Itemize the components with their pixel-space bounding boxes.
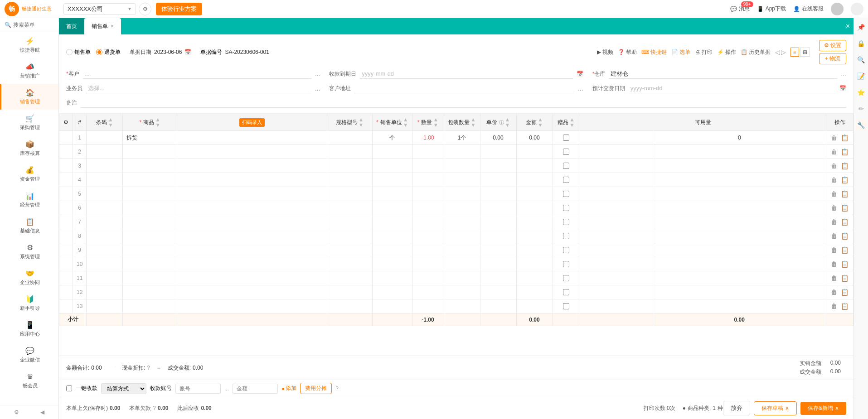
cell-pkg[interactable] <box>444 243 480 257</box>
cell-qty[interactable] <box>412 229 444 243</box>
cell-qty[interactable] <box>412 187 444 201</box>
cell-product[interactable] <box>123 159 177 173</box>
copy-row-btn[interactable]: 📋 <box>840 260 849 269</box>
cell-qty[interactable] <box>412 271 444 285</box>
cell-product[interactable] <box>123 229 177 243</box>
gift-checkbox[interactable] <box>563 289 569 295</box>
cell-product[interactable] <box>123 243 177 257</box>
gift-checkbox[interactable] <box>563 247 569 253</box>
right-panel-icon-6[interactable]: ✏ <box>856 103 867 114</box>
gift-checkbox[interactable] <box>563 135 569 141</box>
warehouse-input[interactable] <box>609 69 837 79</box>
cell-product[interactable] <box>123 299 177 313</box>
copy-row-btn[interactable]: 📋 <box>840 231 849 241</box>
cell-spec[interactable] <box>327 159 372 173</box>
cell-unit[interactable] <box>372 215 412 229</box>
cell-qty[interactable] <box>412 257 444 271</box>
copy-row-btn[interactable]: 📋 <box>840 161 849 170</box>
gift-checkbox[interactable] <box>563 261 569 267</box>
sidebar-item-marketing[interactable]: 📣 营销推广 <box>0 58 58 84</box>
cell-barcode[interactable] <box>87 257 123 271</box>
cell-qty[interactable] <box>412 145 444 159</box>
cell-amount[interactable] <box>516 173 553 187</box>
cell-product[interactable] <box>123 257 177 271</box>
shortage-help-icon[interactable]: ? <box>153 405 156 411</box>
cell-amount[interactable] <box>516 299 553 313</box>
cell-unit[interactable] <box>372 257 412 271</box>
expense-split-btn[interactable]: 费用分摊 <box>300 383 332 394</box>
radio-sales-order[interactable]: 销售单 <box>66 48 91 56</box>
prev-arrow[interactable]: ◁ <box>775 48 780 56</box>
sidebar-item-basic[interactable]: 📋 基础信息 <box>0 213 58 239</box>
customer-address-input[interactable] <box>354 83 574 93</box>
account-number-input[interactable] <box>175 384 221 394</box>
cell-product[interactable] <box>123 145 177 159</box>
due-date-calendar-icon[interactable]: 📅 <box>577 71 583 77</box>
due-date-input[interactable] <box>360 69 572 79</box>
cell-gift[interactable] <box>553 173 580 187</box>
cell-amount[interactable] <box>516 271 553 285</box>
tab-close-icon[interactable]: × <box>111 23 114 29</box>
company-selector[interactable]: XXXXXX公司 ▼ <box>63 3 136 15</box>
abandon-button[interactable]: 放弃 <box>723 401 750 415</box>
ellipsis-btn[interactable]: ... <box>224 385 229 392</box>
cell-gift[interactable] <box>553 299 580 313</box>
cell-gift[interactable] <box>553 159 580 173</box>
cell-unit[interactable] <box>372 229 412 243</box>
sidebar-item-quicknav[interactable]: ⚡ 快捷导航 <box>0 32 58 58</box>
delete-row-btn[interactable]: 🗑 <box>830 147 838 156</box>
cell-barcode[interactable] <box>87 173 123 187</box>
cell-gift[interactable] <box>553 131 580 145</box>
toolbar-shortcut-btn[interactable]: ⌨ 快捷键 <box>641 48 667 56</box>
cell-spec[interactable] <box>327 173 372 187</box>
copy-row-btn[interactable]: 📋 <box>840 274 849 283</box>
cell-qty[interactable] <box>412 285 444 299</box>
cell-barcode[interactable] <box>87 215 123 229</box>
toolbar-print-btn[interactable]: 🖨 打印 <box>695 48 713 56</box>
cell-price[interactable] <box>480 243 516 257</box>
cell-pkg[interactable] <box>444 215 480 229</box>
sidebar-item-wechat[interactable]: 💬 企业微信 <box>0 342 58 368</box>
delete-row-btn[interactable]: 🗑 <box>830 217 838 226</box>
sidebar-item-guide[interactable]: 🔰 新手引导 <box>0 290 58 316</box>
right-panel-icon-1[interactable]: 📌 <box>856 22 867 33</box>
add-payment-btn[interactable]: ● 添加 <box>281 385 296 392</box>
cell-qty[interactable] <box>412 159 444 173</box>
cell-spec[interactable] <box>327 145 372 159</box>
cell-price[interactable] <box>480 271 516 285</box>
delete-row-btn[interactable]: 🗑 <box>830 260 838 269</box>
customer-input[interactable] <box>83 69 311 79</box>
delete-row-btn[interactable]: 🗑 <box>830 246 838 255</box>
gift-checkbox[interactable] <box>563 219 569 225</box>
gift-checkbox[interactable] <box>563 233 569 239</box>
gift-checkbox[interactable] <box>563 205 569 211</box>
cell-amount[interactable] <box>516 257 553 271</box>
toolbar-operate-btn[interactable]: ⚡ 操作 <box>717 48 736 56</box>
cell-product[interactable] <box>123 201 177 215</box>
one-click-payment-checkbox[interactable] <box>66 385 72 391</box>
cell-qty[interactable] <box>412 215 444 229</box>
cell-barcode[interactable] <box>87 271 123 285</box>
cell-barcode[interactable] <box>87 285 123 299</box>
cell-gift[interactable] <box>553 243 580 257</box>
cell-amount[interactable] <box>516 187 553 201</box>
cell-qty[interactable] <box>412 173 444 187</box>
copy-row-btn[interactable]: 📋 <box>840 203 849 212</box>
cell-price[interactable] <box>480 145 516 159</box>
copy-row-btn[interactable]: 📋 <box>840 302 849 311</box>
customer-address-ellipsis-btn[interactable]: ... <box>578 85 583 92</box>
cell-product[interactable] <box>123 187 177 201</box>
delete-row-btn[interactable]: 🗑 <box>830 175 838 184</box>
cell-unit[interactable]: 个 <box>372 131 412 145</box>
cell-gift[interactable] <box>553 257 580 271</box>
cell-qty[interactable]: -1.00 <box>412 131 444 145</box>
message-btn[interactable]: 💬 消息 99+ <box>730 5 750 13</box>
cell-unit[interactable] <box>372 145 412 159</box>
cell-gift[interactable] <box>553 201 580 215</box>
cell-price[interactable] <box>480 173 516 187</box>
cell-barcode[interactable] <box>87 201 123 215</box>
delete-row-btn[interactable]: 🗑 <box>830 203 838 212</box>
th-settings[interactable]: ⚙ <box>59 114 73 131</box>
cell-price[interactable]: 0.00 <box>480 131 516 145</box>
cell-pkg[interactable] <box>444 159 480 173</box>
